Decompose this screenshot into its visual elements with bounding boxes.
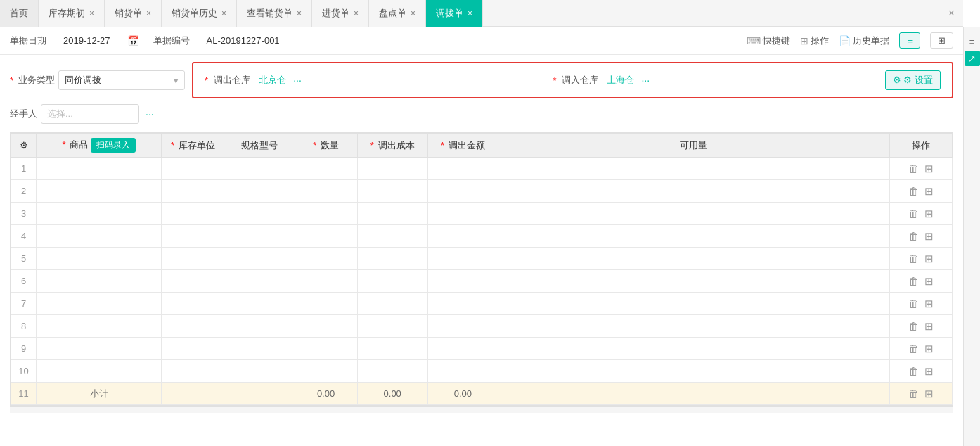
row-unit-cell[interactable] bbox=[162, 360, 224, 383]
tab-inventory-init[interactable]: 库存期初 × bbox=[39, 0, 105, 27]
row-unit-cell[interactable] bbox=[162, 315, 224, 338]
tab-sales-history[interactable]: 销货单历史 × bbox=[162, 0, 237, 27]
sidebar-list-icon[interactable]: ≡ bbox=[965, 34, 980, 49]
row-spec-cell[interactable] bbox=[224, 158, 295, 180]
row-spec-cell[interactable] bbox=[224, 203, 295, 225]
row-qty-cell[interactable] bbox=[295, 270, 357, 293]
handler-more[interactable]: ··· bbox=[146, 108, 154, 120]
row-copy-icon[interactable]: ⊞ bbox=[924, 320, 934, 332]
tab-sales[interactable]: 销货单 × bbox=[105, 0, 162, 27]
row-product-cell[interactable] bbox=[37, 180, 162, 203]
row-trash-icon[interactable]: 🗑 bbox=[908, 365, 919, 377]
row-copy-icon[interactable]: ⊞ bbox=[924, 230, 934, 242]
row-unit-cell[interactable] bbox=[162, 158, 224, 180]
row-trash-icon[interactable]: 🗑 bbox=[908, 163, 919, 174]
row-spec-cell[interactable] bbox=[224, 248, 295, 270]
row-cost-cell[interactable] bbox=[357, 225, 427, 248]
subtotal-trash-icon[interactable]: 🗑 bbox=[908, 388, 919, 400]
row-qty-cell[interactable] bbox=[295, 293, 357, 315]
row-amount-cell[interactable] bbox=[427, 360, 498, 383]
grid-view-btn[interactable]: ⊞ bbox=[930, 32, 953, 49]
row-cost-cell[interactable] bbox=[357, 338, 427, 360]
transfer-out-more[interactable]: ··· bbox=[293, 75, 302, 86]
tab-transfer-close[interactable]: × bbox=[468, 8, 472, 18]
row-amount-cell[interactable] bbox=[427, 270, 498, 293]
row-trash-icon[interactable]: 🗑 bbox=[908, 185, 919, 197]
row-spec-cell[interactable] bbox=[224, 180, 295, 203]
row-cost-cell[interactable] bbox=[357, 360, 427, 383]
window-close-button[interactable]: × bbox=[948, 7, 955, 20]
tab-sales-history-close[interactable]: × bbox=[221, 8, 226, 18]
row-amount-cell[interactable] bbox=[427, 158, 498, 180]
row-qty-cell[interactable] bbox=[295, 158, 357, 180]
row-spec-cell[interactable] bbox=[224, 293, 295, 315]
row-cost-cell[interactable] bbox=[357, 248, 427, 270]
row-spec-cell[interactable] bbox=[224, 315, 295, 338]
row-cost-cell[interactable] bbox=[357, 203, 427, 225]
row-unit-cell[interactable] bbox=[162, 293, 224, 315]
row-copy-icon[interactable]: ⊞ bbox=[924, 275, 934, 287]
row-cost-cell[interactable] bbox=[357, 270, 427, 293]
row-spec-cell[interactable] bbox=[224, 225, 295, 248]
row-spec-cell[interactable] bbox=[224, 360, 295, 383]
row-amount-cell[interactable] bbox=[427, 180, 498, 203]
operations-btn[interactable]: ⊞ 操作 bbox=[800, 34, 829, 47]
row-product-cell[interactable] bbox=[37, 338, 162, 360]
row-qty-cell[interactable] bbox=[295, 360, 357, 383]
tab-home[interactable]: 首页 bbox=[0, 0, 39, 27]
row-product-cell[interactable] bbox=[37, 158, 162, 180]
row-unit-cell[interactable] bbox=[162, 338, 224, 360]
row-product-cell[interactable] bbox=[37, 203, 162, 225]
row-amount-cell[interactable] bbox=[427, 225, 498, 248]
transfer-in-more[interactable]: ··· bbox=[641, 75, 650, 86]
row-cost-cell[interactable] bbox=[357, 293, 427, 315]
row-amount-cell[interactable] bbox=[427, 293, 498, 315]
row-spec-cell[interactable] bbox=[224, 270, 295, 293]
row-amount-cell[interactable] bbox=[427, 338, 498, 360]
row-spec-cell[interactable] bbox=[224, 338, 295, 360]
tab-view-sales-close[interactable]: × bbox=[297, 8, 302, 18]
handler-input[interactable]: 选择... bbox=[41, 104, 139, 124]
calendar-icon[interactable]: 📅 bbox=[127, 35, 139, 46]
row-copy-icon[interactable]: ⊞ bbox=[924, 185, 934, 197]
row-copy-icon[interactable]: ⊞ bbox=[924, 343, 934, 355]
tab-view-sales[interactable]: 查看销货单 × bbox=[237, 0, 312, 27]
subtotal-copy-icon[interactable]: ⊞ bbox=[924, 388, 934, 400]
row-qty-cell[interactable] bbox=[295, 180, 357, 203]
row-trash-icon[interactable]: 🗑 bbox=[908, 343, 919, 355]
tab-transfer[interactable]: 调拨单 × bbox=[426, 0, 483, 27]
scan-btn[interactable]: 扫码录入 bbox=[91, 138, 136, 153]
tab-purchase[interactable]: 进货单 × bbox=[312, 0, 369, 27]
shortcuts-btn[interactable]: ⌨ 快捷键 bbox=[747, 34, 790, 47]
row-trash-icon[interactable]: 🗑 bbox=[908, 298, 919, 310]
row-qty-cell[interactable] bbox=[295, 315, 357, 338]
row-unit-cell[interactable] bbox=[162, 248, 224, 270]
row-product-cell[interactable] bbox=[37, 293, 162, 315]
row-product-cell[interactable] bbox=[37, 360, 162, 383]
tab-purchase-close[interactable]: × bbox=[354, 8, 359, 18]
row-product-cell[interactable] bbox=[37, 225, 162, 248]
tab-inventory-check-close[interactable]: × bbox=[411, 8, 415, 18]
row-copy-icon[interactable]: ⊞ bbox=[924, 253, 934, 265]
row-product-cell[interactable] bbox=[37, 270, 162, 293]
row-trash-icon[interactable]: 🗑 bbox=[908, 208, 919, 219]
row-cost-cell[interactable] bbox=[357, 158, 427, 180]
row-copy-icon[interactable]: ⊞ bbox=[924, 163, 934, 174]
row-qty-cell[interactable] bbox=[295, 203, 357, 225]
row-amount-cell[interactable] bbox=[427, 203, 498, 225]
row-amount-cell[interactable] bbox=[427, 248, 498, 270]
tab-inventory-init-close[interactable]: × bbox=[89, 8, 94, 18]
row-cost-cell[interactable] bbox=[357, 180, 427, 203]
th-gear[interactable]: ⚙ bbox=[11, 134, 37, 158]
row-trash-icon[interactable]: 🗑 bbox=[908, 230, 919, 242]
row-trash-icon[interactable]: 🗑 bbox=[908, 320, 919, 332]
row-qty-cell[interactable] bbox=[295, 225, 357, 248]
sidebar-expand-icon[interactable]: ↗ bbox=[965, 51, 980, 66]
row-copy-icon[interactable]: ⊞ bbox=[924, 208, 934, 219]
row-amount-cell[interactable] bbox=[427, 315, 498, 338]
row-trash-icon[interactable]: 🗑 bbox=[908, 253, 919, 265]
settings-button[interactable]: ⚙ ⚙ 设置 bbox=[885, 70, 941, 90]
tab-inventory-check[interactable]: 盘点单 × bbox=[369, 0, 426, 27]
bottom-scrollbar[interactable] bbox=[10, 406, 953, 413]
row-cost-cell[interactable] bbox=[357, 315, 427, 338]
